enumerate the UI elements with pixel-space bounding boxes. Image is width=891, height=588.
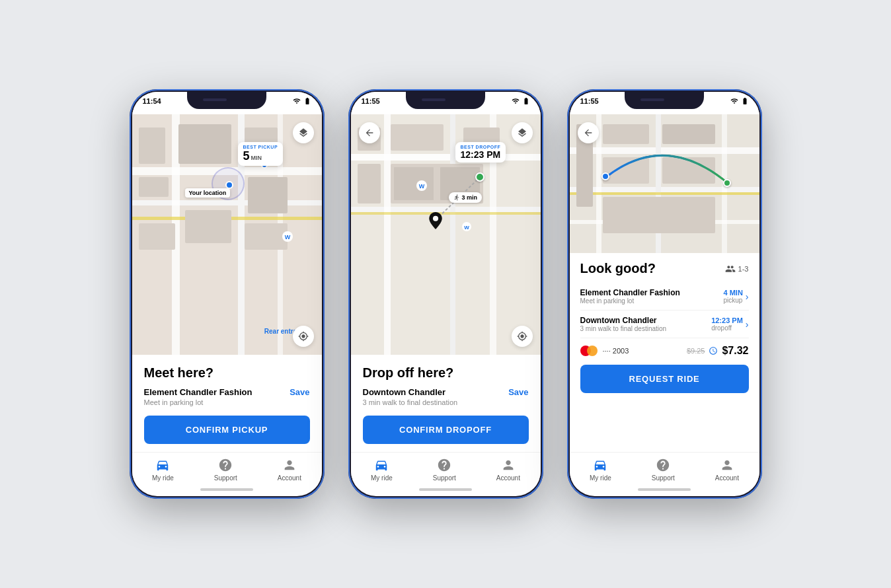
nav-support-3[interactable]: Support xyxy=(652,458,675,482)
look-good-sheet: Look good? 1-3 Element Chandler Fashion … xyxy=(570,253,759,452)
pickup-pin-2 xyxy=(429,212,442,229)
locate-button-1[interactable] xyxy=(293,326,314,347)
back-button-2[interactable] xyxy=(359,122,380,143)
status-icons-2 xyxy=(512,97,530,105)
request-ride-button[interactable]: REQUEST RIDE xyxy=(580,365,749,393)
passengers-badge: 1-3 xyxy=(725,264,749,274)
layers-button-2[interactable] xyxy=(512,122,533,143)
layers-button-1[interactable] xyxy=(293,122,314,143)
payment-row: ···· 2003 $9.25 $7.32 xyxy=(580,338,749,362)
dropoff-time: 12:23 PM xyxy=(711,316,743,324)
pickup-option-sub: Meet in parking lot xyxy=(580,297,680,305)
confirm-pickup-button[interactable]: CONFIRM PICKUP xyxy=(144,416,310,444)
nav-label-myride-2: My ride xyxy=(371,474,393,482)
best-pickup-badge: BEST PICKUP 5 MIN xyxy=(238,142,284,166)
mastercard-icon xyxy=(580,345,599,357)
nav-label-support-1: Support xyxy=(214,474,237,482)
nav-label-account-2: Account xyxy=(496,474,520,482)
pickup-option-right: 4 MIN pickup › xyxy=(723,289,748,304)
nav-support-2[interactable]: Support xyxy=(433,458,456,482)
walk-time-badge: 3 min xyxy=(449,192,483,203)
location-row-2: Downtown Chandler 3 min walk to final de… xyxy=(363,387,529,406)
svg-rect-11 xyxy=(248,177,288,213)
best-dropoff-badge: BEST DROPOFF 12:23 PM xyxy=(455,142,506,163)
nav-label-myride-1: My ride xyxy=(152,474,174,482)
dropoff-option-right: 12:23 PM dropoff › xyxy=(711,316,748,332)
bottom-nav-1: My ride Support Account xyxy=(132,452,322,488)
confirm-dropoff-button[interactable]: CONFIRM DROPOFF xyxy=(363,416,529,444)
sheet-title-2: Drop off here? xyxy=(363,365,529,381)
svg-rect-13 xyxy=(139,223,175,250)
phone-2: 11:55 xyxy=(348,89,543,499)
time-1: 11:54 xyxy=(143,97,161,105)
nav-account-1[interactable]: Account xyxy=(278,458,301,482)
svg-rect-44 xyxy=(570,192,759,195)
map-area-3 xyxy=(570,114,759,253)
nav-my-ride-3[interactable]: My ride xyxy=(590,458,611,482)
dropoff-option-name: Downtown Chandler xyxy=(580,316,667,325)
original-price: $9.25 xyxy=(687,347,705,355)
status-icons-1 xyxy=(293,97,311,105)
time-3: 11:55 xyxy=(580,97,599,105)
nav-account-3[interactable]: Account xyxy=(715,458,739,482)
dropoff-option-sub: 3 min walk to final destination xyxy=(580,325,667,332)
status-bar-3: 11:55 xyxy=(570,92,759,114)
phone-1: 11:54 xyxy=(130,89,325,499)
status-bar-1: 11:54 xyxy=(132,92,322,114)
look-good-title: Look good? xyxy=(580,261,656,276)
phone-3: 11:55 xyxy=(567,89,762,499)
clock-icon xyxy=(709,346,718,355)
location-sub-2: 3 min walk to final destination xyxy=(363,398,458,406)
back-button-3[interactable] xyxy=(578,122,599,143)
svg-rect-10 xyxy=(139,177,169,197)
nav-my-ride-1[interactable]: My ride xyxy=(152,458,174,482)
dropoff-chevron: › xyxy=(746,319,749,330)
bottom-sheet-2: Drop off here? Downtown Chandler 3 min w… xyxy=(351,355,541,452)
location-label: Your location xyxy=(185,188,231,198)
svg-rect-48 xyxy=(662,157,715,184)
svg-rect-7 xyxy=(139,128,165,164)
dropoff-option[interactable]: Downtown Chandler 3 min walk to final de… xyxy=(580,311,749,338)
map-area-2: W W xyxy=(351,114,541,355)
home-indicator-3 xyxy=(638,488,691,491)
save-button-2[interactable]: Save xyxy=(508,387,528,397)
svg-rect-46 xyxy=(662,124,715,144)
price-area: $9.25 $7.32 xyxy=(687,345,749,357)
svg-rect-14 xyxy=(245,223,288,250)
pickup-option[interactable]: Element Chandler Fashion Meet in parking… xyxy=(580,283,749,311)
final-price: $7.32 xyxy=(722,345,748,357)
svg-rect-12 xyxy=(185,210,231,243)
bottom-nav-3: My ride Support Account xyxy=(570,452,759,488)
location-name-2: Downtown Chandler xyxy=(363,387,458,397)
nav-support-1[interactable]: Support xyxy=(214,458,237,482)
location-sub-1: Meet in parking lot xyxy=(144,398,252,406)
svg-rect-45 xyxy=(603,124,649,144)
status-icons-3 xyxy=(730,97,749,105)
card-info: ···· 2003 xyxy=(580,345,629,357)
nav-label-support-3: Support xyxy=(652,474,675,482)
sheet-title-1: Meet here? xyxy=(144,365,310,381)
location-name-1: Element Chandler Fashion xyxy=(144,387,252,397)
pickup-time: 4 MIN xyxy=(723,289,742,297)
nav-label-account-1: Account xyxy=(278,474,301,482)
map-area-1: W Your location BEST PICKUP 5 MIN xyxy=(132,114,322,355)
nav-my-ride-2[interactable]: My ride xyxy=(371,458,393,482)
svg-point-36 xyxy=(432,216,438,221)
locate-button-2[interactable] xyxy=(512,326,533,347)
card-number: ···· 2003 xyxy=(603,347,629,355)
look-good-header: Look good? 1-3 xyxy=(580,261,749,276)
start-dot xyxy=(601,172,609,180)
pickup-option-name: Element Chandler Fashion xyxy=(580,288,680,297)
bottom-sheet-1: Meet here? Element Chandler Fashion Meet… xyxy=(132,355,322,452)
nav-account-2[interactable]: Account xyxy=(496,458,520,482)
location-row-1: Element Chandler Fashion Meet in parking… xyxy=(144,387,310,406)
status-bar-2: 11:55 xyxy=(351,92,541,114)
svg-rect-47 xyxy=(603,157,649,184)
svg-text:W: W xyxy=(284,234,290,240)
nav-label-support-2: Support xyxy=(433,474,456,482)
bottom-nav-2: My ride Support Account xyxy=(351,452,541,488)
time-2: 11:55 xyxy=(362,97,380,105)
nav-label-myride-3: My ride xyxy=(590,474,611,482)
save-button-1[interactable]: Save xyxy=(290,387,309,397)
end-dot xyxy=(723,179,731,187)
